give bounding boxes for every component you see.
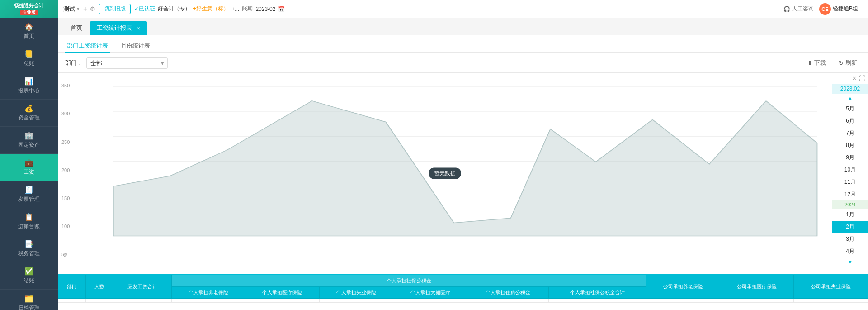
year-label[interactable]: 2023.02 [832,84,868,94]
sidebar-item-home[interactable]: 🏠 首页 [0,18,58,45]
year-2024-label[interactable]: 2024 [832,200,868,209]
month-7[interactable]: 7月 [832,127,868,139]
assets-icon: 🏢 [24,131,33,140]
month-11[interactable]: 11月 [832,176,868,188]
month-9[interactable]: 9月 [832,152,868,164]
user-area[interactable]: CE 轻捷通B组... [819,3,863,15]
sidebar-item-assets[interactable]: 🏢 固定资产 [0,127,58,154]
period-label: 账期 [242,5,253,13]
sidebar-item-ledger[interactable]: 📒 总账 [0,45,58,72]
sidebar-label-sales: 进销台账 [18,223,40,230]
test-tab[interactable]: 测试 ▾ [63,5,80,13]
month-10[interactable]: 10月 [832,164,868,176]
sales-icon: 📋 [24,213,33,221]
month-8[interactable]: 8月 [832,139,868,152]
dept-select-wrapper[interactable]: 全部 [86,57,168,69]
sidebar-label-funds: 资金管理 [18,114,40,122]
y-label-300: 300 [61,111,70,116]
month-1-2024[interactable]: 1月 [832,209,868,221]
toolbar: 部门： 全部 ⬇ 下载 ↻ 刷新 [58,53,868,73]
support-btn[interactable]: 🎧 人工咨询 [783,5,814,13]
settings-icon[interactable]: ⚙ [90,5,95,12]
th-personal-housing: 个人承担住房公积金 [467,287,549,299]
chart-inner: 350 300 250 200 150 100 50 0 [58,73,832,274]
archive-icon: 🗂️ [24,294,33,303]
reports-icon: 📊 [24,77,33,86]
chart-container: 350 300 250 200 150 100 50 0 [58,73,832,274]
tab-dept-stats[interactable]: 部门工资统计表 [65,39,110,53]
refresh-icon: ↻ [839,60,844,67]
th-personal-group: 个人承担社保公积金 [171,275,646,287]
sidebar-label-checkout: 结账 [24,277,34,285]
period-value: 2023-02 [255,6,275,12]
panel-controls: × ⛶ [832,73,868,84]
th-personal-medical: 个人承担医疗保险 [245,287,320,299]
y-label-350: 350 [61,83,70,88]
dept-label: 部门： [65,59,83,67]
y-label-0: 0 [63,252,66,258]
funds-icon: 💰 [24,104,33,113]
sidebar-item-funds[interactable]: 💰 资金管理 [0,100,58,127]
logo: 畅捷通好会计 专业版 [0,0,58,18]
header-icons: + ⚙ [83,5,95,13]
badge-certified: ✓已认证 [134,5,155,13]
home-icon: 🏠 [24,23,33,31]
sidebar-item-checkout[interactable]: ✅ 结账 [0,262,58,290]
expand-panel-btn[interactable]: ⛶ [859,75,865,82]
sidebar: 🏠 首页 📒 总账 📊 报表中心 💰 资金管理 🏢 固定资产 💼 工资 🧾 发票… [0,18,58,310]
logo-title: 畅捷通好会计 [14,3,44,9]
month-12[interactable]: 12月 [832,188,868,200]
th-company-unemp: 公司承担失业保险 [794,275,868,299]
month-5[interactable]: 5月 [832,103,868,115]
month-4-2024[interactable]: 4月 [832,245,868,258]
calendar-icon[interactable]: 📅 [278,6,285,12]
month-2-2024[interactable]: 2月 [832,221,868,233]
close-panel-btn[interactable]: × [853,75,856,82]
switch-btn[interactable]: 切到旧版 [99,4,131,14]
month-6[interactable]: 6月 [832,115,868,127]
tab-bar: 首页 工资统计报表 × [58,18,868,35]
sidebar-item-payroll[interactable]: 💼 工资 [0,154,58,181]
sidebar-label-reports: 报表中心 [18,87,40,95]
sidebar-label-archive: 归档管理 [18,304,40,310]
header-right: 🎧 人工咨询 CE 轻捷通B组... [783,3,863,15]
sidebar-item-reports[interactable]: 📊 报表中心 [0,72,58,100]
dept-select[interactable]: 全部 [86,57,168,69]
sidebar-item-tax[interactable]: 📑 税务管理 [0,235,58,262]
tax-icon: 📑 [24,240,33,248]
sidebar-item-invoice[interactable]: 🧾 发票管理 [0,181,58,208]
badge-more: +... [231,6,239,12]
y-label-100: 100 [61,224,70,229]
sidebar-label-payroll: 工资 [24,168,34,176]
user-name: 轻捷通B组... [833,5,863,13]
tab-month-stats[interactable]: 月份统计表 [119,39,152,53]
date-panel: × ⛶ 2023.02 ▲ 5月 6月 7月 8月 9月 10月 11月 12月… [832,73,868,274]
tab-payroll-stats[interactable]: 工资统计报表 × [90,21,147,35]
download-btn[interactable]: ⬇ 下载 [804,57,830,69]
th-total-salary: 应发工资合计 [113,275,171,299]
nav-up-btn[interactable]: ▲ [832,94,868,103]
stats-table: 部门 人数 应发工资合计 个人承担社保公积金 公司承担养老保险 公司承担医疗保险… [58,275,868,303]
chevron-down-icon: ▾ [77,6,80,12]
sidebar-item-sales[interactable]: 📋 进销台账 [0,208,58,235]
sidebar-label-assets: 固定资产 [18,141,40,149]
sidebar-label-ledger: 总账 [24,60,34,67]
sidebar-item-archive[interactable]: 🗂️ 归档管理 [0,290,58,310]
table-row [58,299,868,303]
th-count: 人数 [85,275,113,299]
plus-icon[interactable]: + [83,5,87,13]
download-icon: ⬇ [807,60,812,67]
refresh-btn[interactable]: ↻ 刷新 [835,57,861,69]
badge-product1: 好会计（专） [158,5,190,13]
badge-product2: +好生意（标） [193,5,229,13]
test-label: 测试 [63,5,75,13]
ledger-icon: 📒 [24,50,33,58]
tab-home[interactable]: 首页 [63,21,90,35]
month-3-2024[interactable]: 3月 [832,233,868,245]
th-company-pension: 公司承担养老保险 [646,275,720,299]
tab-close-icon[interactable]: × [137,25,140,32]
content-area: 首页 工资统计报表 × 部门工资统计表 月份统计表 部门： 全部 [58,18,868,310]
nav-down-btn[interactable]: ▼ [832,258,868,267]
th-personal-total: 个人承担社保公积金合计 [549,287,646,299]
y-label-250: 250 [61,139,70,145]
